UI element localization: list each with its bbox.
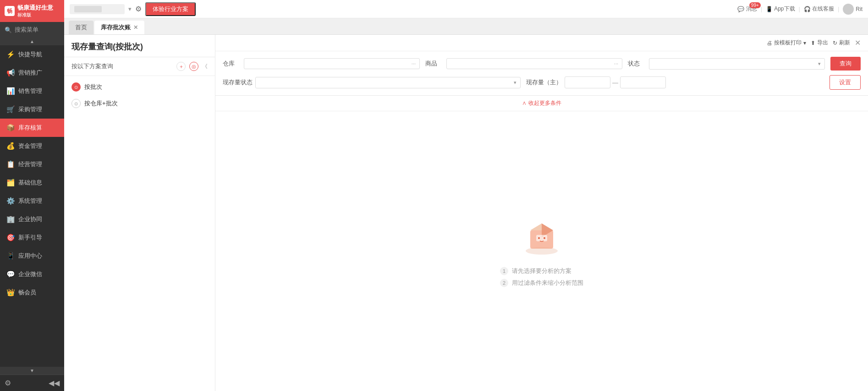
status-label: 状态 xyxy=(628,60,646,68)
sol-icon-warehouse_batch: ⊙ xyxy=(71,99,81,108)
empty-svg xyxy=(519,212,565,258)
user-menu[interactable]: Rit xyxy=(843,4,863,15)
sidebar-icon-finance: 💰 xyxy=(6,142,15,150)
main-area: ▾ ⚙ 体验行业方案 💬 消息 99+ | 📱 App下载 | 🎧 在线客服 |… xyxy=(64,0,868,391)
sidebar-search[interactable]: 🔍 搜索菜单 xyxy=(0,22,64,38)
app-download-button[interactable]: 📱 App下载 xyxy=(766,5,795,13)
sidebar-item-operation[interactable]: 📋 经营管理 xyxy=(0,155,64,174)
phone-icon: 📱 xyxy=(766,6,773,12)
tab-home[interactable]: 首页 xyxy=(69,21,93,34)
query-button[interactable]: 查询 xyxy=(830,57,861,71)
solution-item-warehouse_batch[interactable]: ⊙ 按仓库+批次 xyxy=(64,95,215,112)
collapse-more-button[interactable]: ∧ 收起更多条件 xyxy=(215,96,868,111)
sol-icon-batch: ⊙ xyxy=(71,82,81,92)
stock-status-select[interactable]: ▾ xyxy=(255,77,521,88)
filter-icons: ＋ ◎ 《 xyxy=(176,62,208,71)
sidebar-item-marketing[interactable]: 📢 营销推广 xyxy=(0,64,64,82)
scroll-up-button[interactable]: ▲ xyxy=(0,38,64,45)
sidebar-icon-operation: 📋 xyxy=(6,160,15,168)
sidebar-item-wechat[interactable]: 💬 企业微信 xyxy=(0,265,64,283)
user-name: Rit xyxy=(856,6,863,12)
sidebar-icon-enterprise: 🏢 xyxy=(6,215,15,223)
sidebar-settings-icon[interactable]: ⚙ xyxy=(5,379,11,387)
svg-rect-4 xyxy=(536,235,547,241)
app-logo: 畅 xyxy=(5,6,15,16)
stock-status-arrow-icon: ▾ xyxy=(514,80,516,86)
sidebar-item-inventory[interactable]: 📦 库存核算 xyxy=(0,119,64,137)
sidebar-item-purchase[interactable]: 🛒 采购管理 xyxy=(0,100,64,119)
stock-qty-max-input[interactable] xyxy=(620,76,666,88)
sidebar-icon-wechat: 💬 xyxy=(6,270,15,278)
sidebar-icon-marketing: 📢 xyxy=(6,69,15,77)
filter-section: 按以下方案查询 ＋ ◎ 《 xyxy=(64,57,215,76)
warehouse-input[interactable]: ··· xyxy=(244,58,420,69)
scroll-down-button[interactable]: ▼ xyxy=(0,367,64,375)
close-panel-icon[interactable]: ✕ xyxy=(855,38,861,47)
sidebar-label-wechat: 企业微信 xyxy=(18,270,42,278)
export-label: 导出 xyxy=(817,39,828,47)
filter-row-2: 现存量状态 ▾ 现存量（主） — 设置 xyxy=(223,75,861,90)
sidebar-icon-purchase: 🛒 xyxy=(6,105,15,114)
tab-close-batch[interactable]: ✕ xyxy=(133,24,138,31)
solution-item-batch[interactable]: ⊙ 按批次 xyxy=(64,79,215,95)
sidebar-item-shortcut[interactable]: ⚡ 快捷导航 xyxy=(0,45,64,64)
topbar-search-box[interactable] xyxy=(70,4,125,14)
tab-batch[interactable]: 库存批次账✕ xyxy=(94,21,144,34)
print-icon: 🖨 xyxy=(767,40,772,46)
message-icon: 💬 xyxy=(737,6,744,12)
goods-input[interactable]: ··· xyxy=(446,58,622,69)
sidebar-label-finance: 资金管理 xyxy=(18,142,42,150)
sidebar-item-enterprise[interactable]: 🏢 企业协同 xyxy=(0,210,64,228)
target-filter-button[interactable]: ◎ xyxy=(189,62,198,71)
stock-qty-range: — xyxy=(565,76,666,88)
refresh-button[interactable]: ↻ 刷新 xyxy=(833,39,850,47)
step-2-label: 用过滤条件来缩小分析范围 xyxy=(512,279,583,287)
tab-label-batch: 库存批次账 xyxy=(101,23,131,32)
sidebar-item-newbie[interactable]: 🎯 新手引导 xyxy=(0,228,64,247)
sidebar-label-basic: 基础信息 xyxy=(18,179,42,187)
online-label: 在线客服 xyxy=(812,5,834,13)
topbar-settings-icon[interactable]: ⚙ xyxy=(135,5,142,13)
sidebar-item-appcenter[interactable]: 📱 应用中心 xyxy=(0,247,64,265)
status-select[interactable]: ▾ xyxy=(649,58,825,70)
content-area: 现存量查询(按批次) 按以下方案查询 ＋ ◎ 《 ⊙ 按批次 ⊙ 按仓库+批次 xyxy=(64,35,868,391)
svg-point-5 xyxy=(538,237,540,239)
sidebar-item-basic[interactable]: 🗂️ 基础信息 xyxy=(0,174,64,192)
tab-label-home: 首页 xyxy=(75,23,87,32)
sidebar-icon-sales: 📊 xyxy=(6,87,15,95)
empty-illustration xyxy=(519,212,565,258)
add-filter-button[interactable]: ＋ xyxy=(176,62,186,71)
status-filter-group: 状态 ▾ xyxy=(628,58,825,70)
stock-status-filter-group: 现存量状态 ▾ xyxy=(223,77,521,88)
message-button[interactable]: 💬 消息 99+ xyxy=(737,5,757,13)
app-title: 畅康通好生意 xyxy=(17,4,53,12)
divider2: | xyxy=(799,5,800,12)
warehouse-filter-group: 仓库 ··· xyxy=(223,58,420,69)
sidebar-label-operation: 经营管理 xyxy=(18,160,42,168)
stock-qty-label: 现存量（主） xyxy=(526,78,562,87)
sidebar-label-marketing: 营销推广 xyxy=(18,69,42,77)
stock-qty-min-input[interactable] xyxy=(565,76,610,88)
sidebar-icon-appcenter: 📱 xyxy=(6,252,15,260)
sidebar-footer: ⚙ ◀◀ xyxy=(0,375,64,391)
online-service-button[interactable]: 🎧 在线客服 xyxy=(804,5,834,13)
solution-list: ⊙ 按批次 ⊙ 按仓库+批次 xyxy=(64,76,215,114)
trial-button[interactable]: 体验行业方案 xyxy=(145,2,196,16)
topbar-arrow-icon[interactable]: ▾ xyxy=(128,5,132,12)
sidebar-collapse-icon[interactable]: ◀◀ xyxy=(49,379,60,387)
sidebar-item-sales[interactable]: 📊 销售管理 xyxy=(0,82,64,100)
warehouse-more-icon: ··· xyxy=(412,61,416,66)
range-dash: — xyxy=(612,79,618,86)
warehouse-label: 仓库 xyxy=(223,60,241,68)
sidebar-item-finance[interactable]: 💰 资金管理 xyxy=(0,137,64,155)
action-toolbar: 🖨 按模板打印 ▾ ⬆ 导出 ↻ 刷新 ✕ xyxy=(215,35,868,51)
sidebar-item-vip[interactable]: 👑 畅会员 xyxy=(0,283,64,302)
divider1: | xyxy=(761,5,762,12)
tabbar: 首页库存批次账✕ xyxy=(64,18,868,35)
settings-button[interactable]: 设置 xyxy=(830,75,861,90)
sidebar-item-system[interactable]: ⚙️ 系统管理 xyxy=(0,192,64,210)
print-button[interactable]: 🖨 按模板打印 ▾ xyxy=(767,39,806,47)
sidebar-label-newbie: 新手引导 xyxy=(18,234,42,242)
filter-collapse-icon[interactable]: 《 xyxy=(202,63,208,71)
export-button[interactable]: ⬆ 导出 xyxy=(811,39,828,47)
